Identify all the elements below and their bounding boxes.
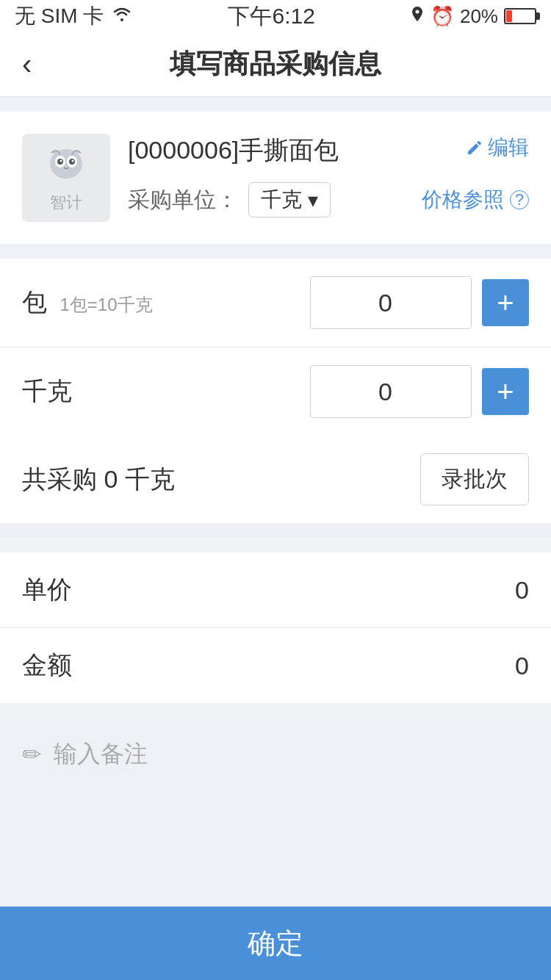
nav-bar: ‹ 填写商品采购信息 — [0, 32, 551, 97]
product-name: [0000006]手撕面包 — [128, 134, 339, 167]
purchase-unit-label: 采购单位： — [128, 185, 238, 215]
amount-label: 金额 — [22, 649, 72, 682]
svg-point-7 — [72, 160, 74, 162]
amount-value: 0 — [515, 652, 529, 680]
kg-input[interactable] — [310, 365, 472, 418]
location-icon — [410, 5, 425, 28]
pencil-icon: ✏ — [22, 741, 42, 768]
divider-mid2 — [0, 523, 551, 538]
bag-input-row: 包 1包=10千克 + — [0, 259, 551, 347]
bag-sublabel: 1包=10千克 — [60, 295, 152, 314]
status-left: 无 SIM 卡 — [15, 2, 133, 30]
product-image: 智计 — [22, 134, 110, 222]
notes-placeholder: 输入备注 — [54, 738, 148, 771]
amount-row: 金额 0 — [0, 628, 551, 703]
svg-point-6 — [60, 160, 62, 162]
chevron-down-icon: ▾ — [308, 188, 318, 212]
divider-mid — [0, 244, 551, 259]
info-icon: ? — [510, 190, 529, 209]
price-info-section: 单价 0 金额 0 — [0, 552, 551, 703]
logo-text: 智计 — [50, 192, 82, 214]
status-time: 下午6:12 — [228, 1, 314, 32]
alarm-icon: ⏰ — [431, 5, 454, 28]
product-info: [0000006]手撕面包 编辑 采购单位： 千克 ▾ 价格参照 ? — [128, 134, 529, 217]
price-ref-link[interactable]: 价格参照 ? — [422, 186, 529, 214]
unit-dropdown[interactable]: 千克 ▾ — [248, 182, 331, 217]
kg-plus-button[interactable]: + — [482, 368, 529, 415]
unit-price-row: 单价 0 — [0, 552, 551, 628]
kg-label: 千克 — [22, 375, 125, 408]
bag-label: 包 1包=10千克 — [22, 286, 153, 320]
notes-section[interactable]: ✏ 输入备注 — [0, 718, 551, 791]
confirm-button[interactable]: 确定 — [248, 925, 303, 962]
owl-icon — [44, 142, 88, 189]
wifi-icon — [111, 4, 133, 28]
kg-input-row: 千克 + — [0, 347, 551, 436]
confirm-bar[interactable]: 确定 — [0, 907, 551, 980]
summary-row: 共采购 0 千克 录批次 — [0, 436, 551, 523]
battery-percent: 20% — [460, 5, 498, 28]
divider-top — [0, 97, 551, 112]
sim-status: 无 SIM 卡 — [15, 2, 104, 30]
bag-plus-button[interactable]: + — [482, 279, 529, 326]
back-button[interactable]: ‹ — [22, 40, 46, 88]
status-bar: 无 SIM 卡 下午6:12 ⏰ 20% — [0, 0, 551, 32]
batch-button[interactable]: 录批次 — [420, 453, 529, 505]
summary-text: 共采购 0 千克 — [22, 463, 175, 497]
svg-point-0 — [415, 10, 419, 13]
bag-input[interactable] — [310, 276, 472, 329]
unit-price-label: 单价 — [22, 573, 72, 607]
battery-icon — [504, 8, 536, 24]
input-section: 包 1包=10千克 + 千克 + — [0, 259, 551, 436]
edit-link[interactable]: 编辑 — [466, 134, 529, 162]
page-title: 填写商品采购信息 — [170, 46, 381, 82]
status-right: ⏰ 20% — [410, 5, 536, 28]
unit-price-value: 0 — [515, 576, 529, 605]
product-card: 智计 [0000006]手撕面包 编辑 采购单位： 千克 ▾ — [0, 112, 551, 244]
